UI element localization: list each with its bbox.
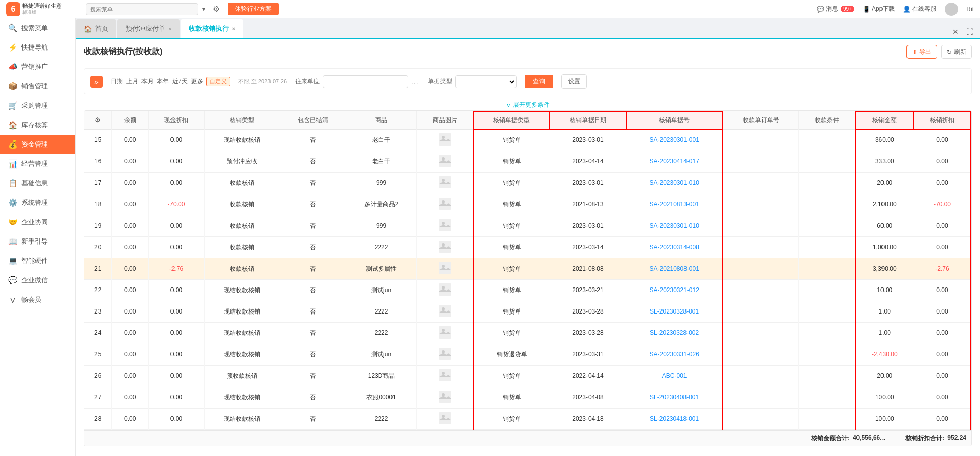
table-row: 26 0.00 0.00 预收款核销 否 123D商品 销货单 2022-04-…: [84, 365, 971, 387]
cell-no: 21: [84, 258, 112, 279]
svg-rect-4: [439, 176, 451, 188]
cell-verify-discount: 0.00: [914, 365, 971, 387]
sidebar-item-collab[interactable]: 🤝 企业协同: [0, 212, 75, 232]
tab-verify[interactable]: 收款核销执行 ×: [181, 19, 243, 38]
table-settings-icon[interactable]: ⚙: [95, 116, 101, 124]
date-more[interactable]: 更多: [191, 77, 203, 86]
cell-receipt-condition: [799, 408, 855, 429]
bill-no-link[interactable]: SA-20230301-010: [649, 222, 699, 229]
marketing-icon: 📣: [8, 62, 17, 71]
top-bar-right: 💬 消息 99+ 📱 App下载 👤 在线客服 Rit: [817, 3, 974, 16]
filter-toggle-btn[interactable]: »: [90, 76, 103, 88]
bill-no-link[interactable]: SA-20210813-001: [649, 201, 699, 208]
settings-btn[interactable]: 设置: [561, 74, 587, 89]
bill-no-link[interactable]: SA-20230321-012: [649, 286, 699, 294]
cell-cash-discount: 0.00: [149, 387, 205, 408]
tab-verify-close[interactable]: ×: [232, 26, 235, 32]
export-btn[interactable]: ⬆ 导出: [906, 45, 937, 59]
table-row: 18 0.00 -70.00 收款核销 否 多计量商品2 销货单 2021-08…: [84, 194, 971, 215]
cell-product: 衣服00001: [346, 387, 417, 408]
cell-no: 26: [84, 365, 112, 387]
sidebar-item-inventory[interactable]: 🏠 库存核算: [0, 115, 75, 135]
bill-no-link[interactable]: SL-20230418-001: [650, 415, 699, 422]
expand-bar[interactable]: ∨ 展开更多条件: [84, 99, 972, 110]
tab-fullscreen-btn[interactable]: ⛶: [964, 26, 976, 38]
table-row: 25 0.00 0.00 现结收款核销 否 测试jun 销货退货单 2023-0…: [84, 344, 971, 365]
cell-verify-type: 现结收款核销: [204, 279, 280, 301]
sidebar-item-member[interactable]: V 畅会员: [0, 290, 75, 309]
sidebar-item-guide[interactable]: 📖 新手引导: [0, 232, 75, 251]
settings-icon[interactable]: ⚙: [209, 2, 224, 16]
cell-verify-type: 现结收款核销: [204, 387, 280, 408]
date-this-year[interactable]: 本年: [157, 77, 169, 86]
bill-no-link[interactable]: SL-20230408-001: [650, 394, 699, 401]
sidebar-item-search[interactable]: 🔍 搜索菜单: [0, 18, 75, 38]
sidebar-item-base[interactable]: 📋 基础信息: [0, 174, 75, 193]
cell-cash-discount: 0.00: [149, 322, 205, 344]
avatar[interactable]: [945, 3, 958, 16]
bill-no-link[interactable]: SA-20230414-017: [649, 158, 699, 165]
content: 收款核销执行(按收款) ⬆ 导出 ↻ 刷新 »: [76, 39, 980, 456]
sidebar-item-sales[interactable]: 📦 销售管理: [0, 77, 75, 96]
sidebar-item-marketing[interactable]: 📣 营销推广: [0, 57, 75, 77]
cell-no: 17: [84, 172, 112, 194]
tab-close-btn[interactable]: ✕: [949, 26, 962, 38]
bill-no-link[interactable]: SA-20230301-001: [649, 136, 699, 143]
cell-cash-discount: -2.76: [149, 258, 205, 279]
tab-prepayment-close[interactable]: ×: [168, 26, 172, 32]
sidebar-label-marketing: 营销推广: [21, 62, 48, 71]
cell-verify-type: 预付冲应收: [204, 151, 280, 172]
cell-verify-amount: 100.00: [855, 387, 914, 408]
cell-verify-type: 现结收款核销: [204, 129, 280, 151]
message-btn[interactable]: 💬 消息 99+: [817, 5, 854, 13]
sidebar-item-quicknav[interactable]: ⚡ 快捷导航: [0, 38, 75, 57]
cell-product-image: [417, 172, 474, 194]
sales-icon: 📦: [8, 82, 17, 91]
bill-no-link[interactable]: SL-20230328-001: [650, 308, 699, 315]
col-settings-header[interactable]: ⚙: [84, 111, 112, 129]
sidebar-item-finance[interactable]: 💰 资金管理: [0, 135, 75, 154]
industry-btn[interactable]: 休验行业方案: [228, 3, 279, 15]
date-7days[interactable]: 近7天: [172, 77, 188, 86]
cell-verify-amount: 20.00: [855, 172, 914, 194]
search-input[interactable]: [86, 3, 198, 15]
online-service-btn[interactable]: 👤 在线客服: [903, 5, 937, 13]
cell-bill-report-type: 销货单: [474, 322, 550, 344]
sidebar-item-wechat[interactable]: 💬 企业微信: [0, 271, 75, 290]
bill-no-link[interactable]: SA-20230331-026: [649, 351, 699, 358]
cell-receipt-order-no: [723, 322, 799, 344]
sidebar-item-system[interactable]: ⚙️ 系统管理: [0, 193, 75, 212]
bill-no-link[interactable]: SA-20210808-001: [649, 265, 699, 272]
query-btn[interactable]: 查询: [525, 75, 553, 88]
refresh-btn[interactable]: ↻ 刷新: [941, 45, 972, 59]
cell-verify-amount: 3,390.00: [855, 258, 914, 279]
company-more-btn[interactable]: ...: [411, 78, 420, 85]
cell-receipt-order-no: [723, 236, 799, 258]
bill-no-link[interactable]: SA-20230314-008: [649, 244, 699, 251]
sidebar: 🔍 搜索菜单 ⚡ 快捷导航 📣 营销推广 📦 销售管理 🛒 采购管理 🏠 库存核…: [0, 18, 76, 456]
member-icon: V: [8, 296, 17, 304]
nav-dropdown[interactable]: ▾: [202, 6, 205, 13]
purchase-icon: 🛒: [8, 101, 17, 110]
bill-no-link[interactable]: ABC-001: [662, 372, 687, 379]
company-input[interactable]: [323, 75, 408, 88]
sidebar-item-hardware[interactable]: 💻 智能硬件: [0, 251, 75, 271]
cell-balance: 0.00: [112, 387, 149, 408]
cell-receipt-order-no: [723, 365, 799, 387]
date-custom-btn[interactable]: 自定义: [206, 77, 230, 86]
cell-bill-report-type: 销货单: [474, 236, 550, 258]
cell-no: 27: [84, 387, 112, 408]
bill-no-link[interactable]: SL-20230328-002: [650, 329, 699, 337]
export-label: 导出: [919, 47, 932, 56]
bill-no-link[interactable]: SA-20230301-010: [649, 179, 699, 186]
date-last-month[interactable]: 上月: [126, 77, 138, 86]
app-download-btn[interactable]: 📱 App下载: [863, 5, 895, 13]
management-icon: 📊: [8, 159, 17, 169]
sidebar-item-purchase[interactable]: 🛒 采购管理: [0, 96, 75, 115]
date-this-month[interactable]: 本月: [141, 77, 154, 86]
bill-type-select[interactable]: [455, 75, 517, 88]
sidebar-item-management[interactable]: 📊 经营管理: [0, 154, 75, 174]
tab-home[interactable]: 🏠 首页: [76, 19, 116, 38]
tab-prepayment[interactable]: 预付冲应付单 ×: [117, 19, 180, 38]
page-actions: ⬆ 导出 ↻ 刷新: [906, 45, 972, 59]
